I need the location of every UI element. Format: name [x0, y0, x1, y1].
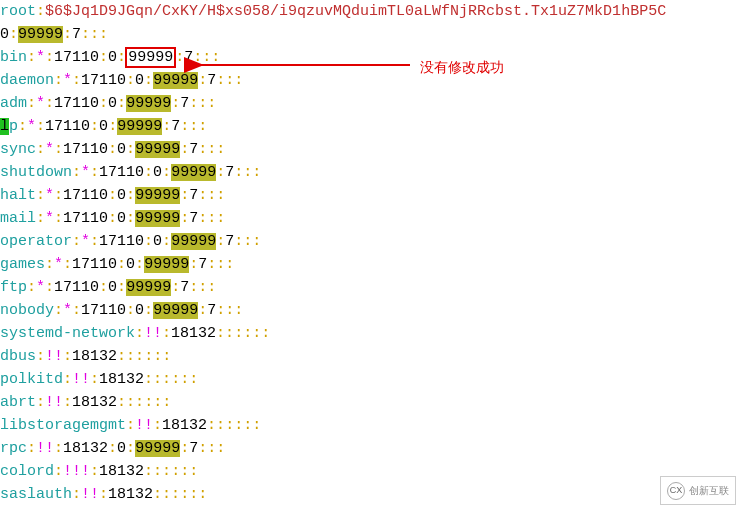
- separator: :: [207, 279, 216, 296]
- shadow-line: abrt:!!:18132::::::: [0, 391, 740, 414]
- separator: :: [27, 440, 36, 457]
- separator: :: [252, 233, 261, 250]
- separator: :: [153, 371, 162, 388]
- shadow-line: lp:*:17110:0:99999:7:::: [0, 115, 740, 138]
- username: nobody: [0, 302, 54, 319]
- lastchg: 18132: [99, 463, 144, 480]
- max-days: 99999: [126, 95, 171, 112]
- separator: :: [99, 279, 108, 296]
- username: libstoragemgmt: [0, 417, 126, 434]
- password-placeholder: *: [45, 187, 54, 204]
- separator: :: [135, 325, 144, 342]
- min-days: 0: [126, 256, 135, 273]
- separator: :: [243, 164, 252, 181]
- separator: :: [117, 256, 126, 273]
- lastchg: 17110: [63, 210, 108, 227]
- separator: :: [180, 187, 189, 204]
- shadow-line: shutdown:*:17110:0:99999:7:::: [0, 161, 740, 184]
- separator: :: [207, 210, 216, 227]
- password-placeholder: *: [63, 302, 72, 319]
- separator: :: [117, 279, 126, 296]
- separator: :: [171, 486, 180, 503]
- separator: :: [207, 417, 216, 434]
- min-days: 0: [117, 141, 126, 158]
- separator: :: [90, 26, 99, 43]
- lastchg: 17110: [81, 72, 126, 89]
- separator: :: [180, 463, 189, 480]
- separator: :: [243, 417, 252, 434]
- shadow-line: 0:99999:7:::: [0, 23, 740, 46]
- separator: :: [216, 72, 225, 89]
- separator: :: [54, 302, 63, 319]
- username: bin: [0, 49, 27, 66]
- separator: :: [198, 187, 207, 204]
- password-placeholder: *: [45, 141, 54, 158]
- separator: :: [126, 302, 135, 319]
- max-days: 99999: [153, 72, 198, 89]
- shadow-line: colord:!!!:18132::::::: [0, 460, 740, 483]
- password-locked: !!!: [63, 463, 90, 480]
- shadow-line: libstoragemgmt:!!:18132::::::: [0, 414, 740, 437]
- username: polkitd: [0, 371, 63, 388]
- lastchg: 17110: [54, 49, 99, 66]
- max-days: 99999: [171, 164, 216, 181]
- separator: :: [207, 141, 216, 158]
- password-locked: !!: [144, 325, 162, 342]
- max-days: 99999: [135, 141, 180, 158]
- separator: :: [180, 371, 189, 388]
- lastchg: 18132: [63, 440, 108, 457]
- separator: :: [202, 49, 211, 66]
- separator: :: [18, 118, 27, 135]
- separator: :: [90, 463, 99, 480]
- separator: :: [225, 325, 234, 342]
- separator: :: [234, 417, 243, 434]
- username: games: [0, 256, 45, 273]
- lastchg: 18132: [171, 325, 216, 342]
- warn-days: 7: [207, 302, 216, 319]
- separator: :: [126, 440, 135, 457]
- password-placeholder: *: [54, 256, 63, 273]
- separator: :: [72, 164, 81, 181]
- username: halt: [0, 187, 36, 204]
- separator: :: [252, 164, 261, 181]
- min-days: 0: [153, 164, 162, 181]
- separator: :: [234, 233, 243, 250]
- field: 0: [0, 26, 9, 43]
- password-placeholder: *: [27, 118, 36, 135]
- separator: :: [153, 463, 162, 480]
- username: p: [9, 118, 18, 135]
- separator: :: [225, 417, 234, 434]
- separator: :: [261, 325, 270, 342]
- warn-days: 7: [189, 440, 198, 457]
- password-placeholder: *: [45, 210, 54, 227]
- lastchg: 17110: [63, 187, 108, 204]
- separator: :: [36, 394, 45, 411]
- min-days: 0: [117, 440, 126, 457]
- separator: :: [36, 187, 45, 204]
- separator: :: [144, 463, 153, 480]
- separator: :: [54, 187, 63, 204]
- separator: :: [54, 210, 63, 227]
- separator: :: [99, 26, 108, 43]
- lastchg: 18132: [72, 394, 117, 411]
- warn-days: 7: [225, 164, 234, 181]
- password-placeholder: *: [36, 279, 45, 296]
- shadow-line: systemd-network:!!:18132::::::: [0, 322, 740, 345]
- shadow-line: ftp:*:17110:0:99999:7:::: [0, 276, 740, 299]
- username: mail: [0, 210, 36, 227]
- separator: :: [171, 463, 180, 480]
- separator: :: [27, 279, 36, 296]
- separator: :: [180, 118, 189, 135]
- max-days: 99999: [153, 302, 198, 319]
- separator: :: [225, 302, 234, 319]
- warn-days: 7: [189, 141, 198, 158]
- separator: :: [225, 72, 234, 89]
- shadow-line: daemon:*:17110:0:99999:7:::: [0, 69, 740, 92]
- separator: :: [234, 325, 243, 342]
- max-days: 99999: [117, 118, 162, 135]
- separator: :: [126, 141, 135, 158]
- min-days: 0: [117, 210, 126, 227]
- separator: :: [63, 371, 72, 388]
- separator: :: [252, 325, 261, 342]
- separator: :: [90, 118, 99, 135]
